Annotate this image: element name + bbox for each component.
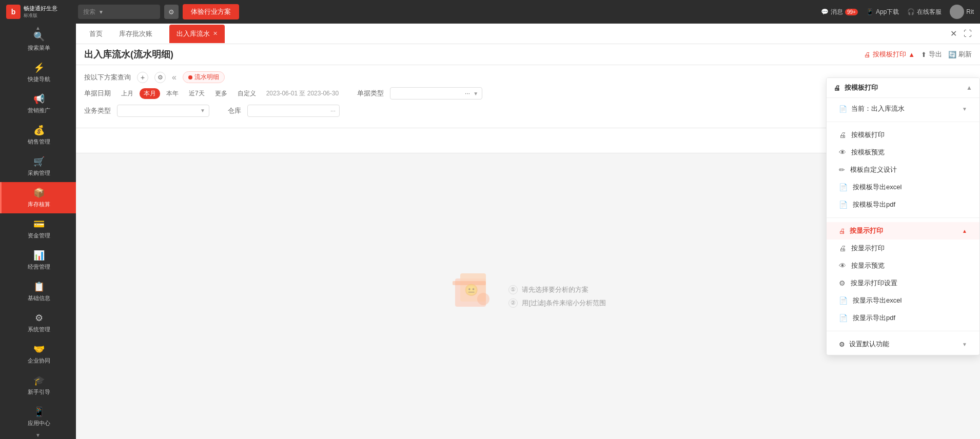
sales-sidebar-icon: 💰 [33, 125, 45, 136]
date-tab-this-year[interactable]: 本年 [162, 88, 183, 99]
sidebar-item-purchase[interactable]: 🛒 采购管理 [0, 151, 76, 182]
svg-point-3 [477, 293, 489, 305]
tag-dot-icon [188, 75, 192, 79]
display-section-header-item[interactable]: 🖨 按显示打印 ▲ [827, 222, 979, 240]
divider-3 [827, 331, 979, 331]
sidebar-item-purchase-label: 采购管理 [28, 169, 50, 177]
top-bar: b 畅捷通好生意 标准版 搜索 ▼ ⚙ 体验行业方案 💬 消息 99+ 📱 Ap… [0, 0, 980, 24]
tab-batch-close[interactable]: ✕ [155, 30, 160, 37]
filter-settings-button[interactable]: ⚙ [154, 72, 166, 83]
sidebar-item-marketing[interactable]: 📢 营销推广 [0, 88, 76, 119]
display-export-excel-item[interactable]: 📄 按显示导出excel [827, 292, 979, 309]
sidebar-item-apps[interactable]: 📱 应用中心 [0, 401, 76, 432]
date-tab-custom[interactable]: 自定义 [233, 88, 260, 99]
default-arrow-icon: ▼ [962, 342, 967, 347]
shortcuts-sidebar-icon: ⚡ [33, 62, 45, 73]
enterprise-sidebar-icon: 🤝 [33, 344, 45, 355]
sidebar-item-operations[interactable]: 📊 经营管理 [0, 245, 76, 276]
template-custom-label: 模板自定义设计 [850, 165, 897, 174]
tab-flow-close[interactable]: ✕ [213, 30, 218, 37]
default-section: ⚙ 设置默认功能 ▼ [827, 333, 979, 355]
user-area[interactable]: Rit [950, 5, 974, 19]
main-layout: ▲ 🔍 搜索菜单 ⚡ 快捷导航 📢 营销推广 💰 销售管理 🛒 采购管理 [0, 24, 980, 439]
template-preview-label: 按模板预览 [851, 148, 885, 157]
template-custom-item[interactable]: ✏ 模板自定义设计 [827, 161, 979, 178]
sidebar-item-enterprise[interactable]: 🤝 企业协同 [0, 338, 76, 370]
sidebar-item-basic[interactable]: 📋 基础信息 [0, 276, 76, 307]
template-export-pdf-item[interactable]: 📄 按模板导出pdf [827, 196, 979, 213]
step-2-text: 用[过滤]条件来缩小分析范围 [522, 298, 605, 308]
display-export-pdf-item[interactable]: 📄 按显示导出pdf [827, 309, 979, 327]
display-print-item[interactable]: 🖨 按显示打印 [827, 240, 979, 257]
tab-home[interactable]: 首页 [82, 25, 110, 43]
refresh-action-button[interactable]: 🔄 刷新 [948, 50, 972, 59]
divider-2 [827, 217, 979, 218]
window-expand-button[interactable]: ⛶ [962, 28, 974, 40]
sidebar-item-inventory[interactable]: 📦 库存核算 [0, 182, 76, 213]
page-title: 出入库流水(流水明细) [84, 48, 173, 61]
step-1-number: ① [508, 285, 518, 294]
print-icon: 🖨 [864, 51, 871, 58]
template-print-icon: 🖨 [839, 131, 846, 139]
warehouse-input[interactable] [247, 105, 340, 117]
template-preview-item[interactable]: 👁 按模板预览 [827, 144, 979, 161]
messages-item[interactable]: 💬 消息 99+ [821, 8, 858, 16]
page-actions: 🖨 按模板打印 ▲ ⬆ 导出 🔄 刷新 [864, 50, 972, 59]
filter-collapse-button[interactable]: « [172, 73, 177, 82]
settings-button[interactable]: ⚙ [164, 5, 179, 19]
dropdown-arrow-icon: ▼ [99, 9, 104, 15]
sidebar-scroll-down[interactable]: ▼ [0, 431, 76, 439]
set-default-icon: ⚙ [839, 341, 845, 348]
sidebar-items: 🔍 搜索菜单 ⚡ 快捷导航 📢 营销推广 💰 销售管理 🛒 采购管理 📦 [0, 24, 76, 439]
sidebar-scroll-up[interactable]: ▲ [0, 24, 76, 32]
tab-flow[interactable]: 出入库流水 ✕ [169, 25, 225, 43]
sidebar-item-sales[interactable]: 💰 销售管理 [0, 119, 76, 151]
filter-tag[interactable]: 流水明细 [183, 71, 225, 83]
customer-service-item[interactable]: 🎧 在线客服 [907, 8, 942, 16]
window-close-button[interactable]: ✕ [947, 28, 959, 40]
display-section-title: 按显示打印 [850, 226, 883, 235]
dropdown-current-item[interactable]: 📄 当前：出入库流水 ▼ [827, 100, 979, 117]
template-export-excel-item[interactable]: 📄 按模板导出excel [827, 178, 979, 196]
display-section-icon: 🖨 [839, 227, 846, 235]
add-filter-button[interactable]: + [137, 72, 148, 83]
sidebar-item-finance-label: 资金管理 [28, 232, 50, 240]
search-box[interactable]: 搜索 ▼ [78, 5, 160, 19]
sidebar-item-shortcuts[interactable]: ⚡ 快捷导航 [0, 57, 76, 88]
date-tab-last-month[interactable]: 上月 [117, 88, 138, 99]
template-section: 🖨 按模板打印 👁 按模板预览 ✏ 模板自定义设计 📄 按模板导出excel 📄 [827, 124, 979, 215]
export-action-button[interactable]: ⬆ 导出 [921, 50, 942, 59]
display-section: 🖨 按显示打印 ▲ 🖨 按显示打印 👁 按显示预览 ⚙ 按显示打印设置 [827, 220, 979, 329]
date-filter-label: 单据日期 [84, 89, 111, 98]
business-type-select[interactable] [117, 105, 209, 117]
tab-batch[interactable]: 库存批次账 ✕ [112, 25, 167, 43]
refresh-label: 刷新 [958, 50, 972, 59]
sidebar-item-finance[interactable]: 💳 资金管理 [0, 213, 76, 245]
print-action-button[interactable]: 🖨 按模板打印 ▲ [864, 50, 915, 59]
set-default-item[interactable]: ⚙ 设置默认功能 ▼ [827, 335, 979, 353]
sidebar-item-system[interactable]: ⚙ 系统管理 [0, 307, 76, 338]
template-preview-icon: 👁 [839, 148, 846, 156]
warehouse-input-wrap: ··· [247, 105, 340, 117]
sidebar-item-guide[interactable]: 🎓 新手引导 [0, 370, 76, 401]
step-2-number: ② [508, 298, 518, 308]
display-settings-item[interactable]: ⚙ 按显示打印设置 [827, 274, 979, 292]
date-tab-this-month[interactable]: 本月 [140, 88, 160, 99]
app-download-item[interactable]: 📱 App下载 [866, 8, 899, 16]
industry-solution-button[interactable]: 体验行业方案 [183, 4, 239, 19]
basic-sidebar-icon: 📋 [33, 281, 45, 292]
dropdown-arrow-up-icon[interactable]: ▲ [966, 84, 972, 91]
date-tab-more[interactable]: 更多 [211, 88, 231, 99]
template-print-item[interactable]: 🖨 按模板打印 [827, 126, 979, 144]
date-tab-7days[interactable]: 近7天 [185, 88, 209, 99]
marketing-sidebar-icon: 📢 [33, 93, 45, 105]
empty-step-2: ② 用[过滤]条件来缩小分析范围 [508, 298, 605, 308]
display-settings-label: 按显示打印设置 [851, 278, 897, 288]
page-header: 出入库流水(流水明细) 🖨 按模板打印 ▲ ⬆ 导出 🔄 刷新 [76, 44, 980, 65]
doc-type-select[interactable] [390, 87, 482, 99]
display-preview-item[interactable]: 👁 按显示预览 [827, 257, 979, 274]
display-export-excel-icon: 📄 [839, 296, 848, 305]
export-label: 导出 [929, 50, 942, 59]
window-controls: ✕ ⛶ [947, 28, 974, 40]
messages-label: 消息 [831, 8, 843, 16]
